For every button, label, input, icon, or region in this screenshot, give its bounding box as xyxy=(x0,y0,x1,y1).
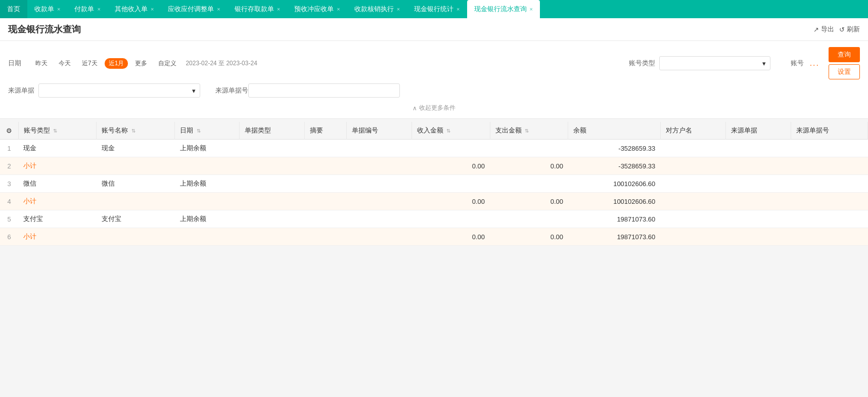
refresh-icon: ↺ xyxy=(839,26,845,33)
row-income: 0.00 xyxy=(412,193,490,210)
nav-verify[interactable]: 收款核销执行 × xyxy=(347,0,407,18)
col-date[interactable]: 日期 ⇅ xyxy=(175,122,239,140)
col-income[interactable]: 收入金额 ⇅ xyxy=(412,122,490,140)
row-source-doc xyxy=(725,228,791,246)
filter-row-date: 日期 昨天 今天 近7天 近1月 更多 自定义 2023-02-24 至 202… xyxy=(8,47,860,79)
row-doc-type xyxy=(239,228,304,246)
row-balance: 100102606.60 xyxy=(568,175,660,193)
date-btn-more[interactable]: 更多 xyxy=(131,58,151,69)
table-header-row: ⚙ 账号类型 ⇅ 账号名称 ⇅ 日期 ⇅ 单据类型 摘要 xyxy=(0,122,868,140)
nav-home[interactable]: 首页 xyxy=(0,0,27,18)
nav-other-income-label: 其他收入单 xyxy=(115,5,148,14)
source-doc-no-input[interactable] xyxy=(248,83,400,98)
refresh-button[interactable]: ↺ 刷新 xyxy=(839,25,860,34)
row-summary xyxy=(304,157,346,175)
row-balance: 19871073.60 xyxy=(568,210,660,228)
col-account-name[interactable]: 账号名称 ⇅ xyxy=(97,122,175,140)
nav-bank-stats[interactable]: 现金银行统计 × xyxy=(407,0,467,18)
nav-other-income-close[interactable]: × xyxy=(151,6,154,12)
query-button[interactable]: 查询 xyxy=(829,47,860,62)
date-btn-7days[interactable]: 近7天 xyxy=(78,58,102,69)
col-expense-sort: ⇅ xyxy=(525,128,529,134)
row-date: 上期余额 xyxy=(175,140,239,157)
row-summary xyxy=(304,175,346,193)
row-income: 0.00 xyxy=(412,228,490,246)
col-counterpart-label: 对方户名 xyxy=(666,126,692,134)
nav-bank-deposit-close[interactable]: × xyxy=(277,6,280,12)
nav-payment[interactable]: 付款单 × xyxy=(67,0,107,18)
col-source-doc[interactable]: 来源单据 xyxy=(725,122,791,140)
date-btn-1month[interactable]: 近1月 xyxy=(105,58,128,69)
col-account-name-label: 账号名称 xyxy=(102,126,128,134)
row-income xyxy=(412,175,490,193)
nav-receipt-close[interactable]: × xyxy=(57,6,60,12)
row-account-type: 微信 xyxy=(18,175,97,193)
nav-pre-receipt-close[interactable]: × xyxy=(337,6,340,12)
date-btn-yesterday[interactable]: 昨天 xyxy=(31,58,52,69)
row-source-doc-no xyxy=(791,175,867,193)
row-doc-type xyxy=(239,210,304,228)
nav-receipt-label: 收款单 xyxy=(34,5,54,14)
row-doc-type xyxy=(239,140,304,157)
nav-adjustment-close[interactable]: × xyxy=(217,6,220,12)
col-counterpart[interactable]: 对方户名 xyxy=(660,122,725,140)
nav-payment-close[interactable]: × xyxy=(97,6,100,12)
account-type-label: 账号类型 xyxy=(629,59,659,68)
nav-adjustment[interactable]: 应收应付调整单 × xyxy=(161,0,227,18)
export-label: 导出 xyxy=(821,25,834,34)
row-date xyxy=(175,228,239,246)
collapse-row: ∧ 收起更多条件 xyxy=(8,102,860,112)
col-gear[interactable]: ⚙ xyxy=(0,122,18,140)
nav-bank-flow[interactable]: 现金银行流水查询 × xyxy=(467,0,540,18)
row-account-name: 微信 xyxy=(97,175,175,193)
col-income-label: 收入金额 xyxy=(417,126,443,134)
row-expense xyxy=(490,175,568,193)
collapse-button[interactable]: ∧ 收起更多条件 xyxy=(413,104,455,112)
row-date: 上期余额 xyxy=(175,210,239,228)
source-doc-no-label: 来源单据号 xyxy=(215,86,248,95)
row-balance: 100102606.60 xyxy=(568,193,660,210)
col-source-doc-no[interactable]: 来源单据号 xyxy=(791,122,867,140)
nav-bank-flow-close[interactable]: × xyxy=(530,6,533,12)
account-ellipsis[interactable]: ... xyxy=(810,59,819,68)
nav-bank-deposit[interactable]: 银行存取款单 × xyxy=(227,0,287,18)
row-source-doc-no xyxy=(791,193,867,210)
nav-other-income[interactable]: 其他收入单 × xyxy=(108,0,161,18)
table-row: 1 现金 现金 上期余额 -3528659.33 xyxy=(0,140,868,157)
col-balance[interactable]: 余额 xyxy=(568,122,660,140)
row-source-doc xyxy=(725,157,791,175)
table-container: ⚙ 账号类型 ⇅ 账号名称 ⇅ 日期 ⇅ 单据类型 摘要 xyxy=(0,122,868,246)
nav-bank-stats-close[interactable]: × xyxy=(456,6,460,12)
account-type-select[interactable]: ▾ xyxy=(659,56,770,70)
col-account-type[interactable]: 账号类型 ⇅ xyxy=(18,122,97,140)
table-row: 6 小计 0.00 0.00 19871073.60 xyxy=(0,228,868,246)
row-income xyxy=(412,210,490,228)
row-doc-no xyxy=(346,228,412,246)
row-counterpart xyxy=(660,193,725,210)
col-account-type-label: 账号类型 xyxy=(24,126,50,134)
nav-pre-receipt[interactable]: 预收冲应收单 × xyxy=(287,0,347,18)
row-income xyxy=(412,140,490,157)
col-summary[interactable]: 摘要 xyxy=(304,122,346,140)
row-date xyxy=(175,157,239,175)
date-btn-custom[interactable]: 自定义 xyxy=(154,58,180,69)
col-expense[interactable]: 支出金额 ⇅ xyxy=(490,122,568,140)
row-source-doc-no xyxy=(791,157,867,175)
row-counterpart xyxy=(660,157,725,175)
setting-button[interactable]: 设置 xyxy=(829,64,860,79)
source-doc-select[interactable]: ▾ xyxy=(38,83,200,98)
page-header: 现金银行流水查询 ↗ 导出 ↺ 刷新 xyxy=(0,18,868,41)
row-expense xyxy=(490,140,568,157)
date-btn-today[interactable]: 今天 xyxy=(55,58,75,69)
nav-pre-receipt-label: 预收冲应收单 xyxy=(294,5,334,14)
col-source-doc-no-label: 来源单据号 xyxy=(796,126,829,134)
col-account-name-sort: ⇅ xyxy=(131,128,135,134)
nav-verify-close[interactable]: × xyxy=(397,6,400,12)
export-button[interactable]: ↗ 导出 xyxy=(813,25,834,34)
gear-icon[interactable]: ⚙ xyxy=(6,127,12,135)
col-doc-no[interactable]: 单据编号 xyxy=(346,122,412,140)
col-doc-type[interactable]: 单据类型 xyxy=(239,122,304,140)
nav-receipt[interactable]: 收款单 × xyxy=(27,0,67,18)
row-expense: 0.00 xyxy=(490,228,568,246)
row-balance: -3528659.33 xyxy=(568,157,660,175)
